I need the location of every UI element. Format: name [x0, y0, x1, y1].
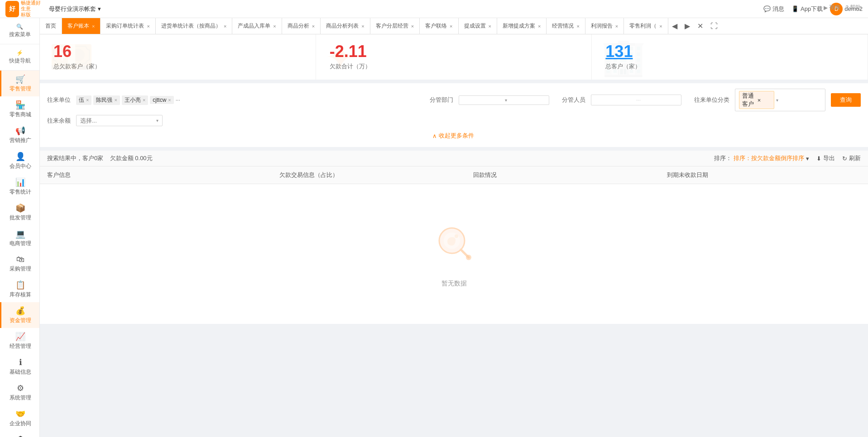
- empty-icon: [432, 220, 477, 274]
- dept-select[interactable]: ▾: [459, 95, 549, 105]
- sort-label: 排序：: [714, 154, 732, 162]
- tab-close-all[interactable]: ✕: [694, 18, 707, 34]
- sidebar-item-member[interactable]: 👤 会员中心: [0, 148, 39, 174]
- dept-select-arrow: ▾: [505, 98, 545, 103]
- close-tab-retail-profit[interactable]: ×: [659, 24, 662, 29]
- close-tab-purchase-order[interactable]: ×: [147, 24, 149, 29]
- close-tab-product-analysis-list[interactable]: ×: [361, 24, 364, 29]
- nav-icon: ⚡: [16, 50, 23, 56]
- guide-icon: 🎓: [15, 435, 25, 437]
- stats-icon: 📊: [15, 177, 25, 187]
- tab-new-promo-plan[interactable]: 新增提成方案 ×: [497, 18, 547, 34]
- tab-customer-tier[interactable]: 客户分层经营 ×: [370, 18, 420, 34]
- remove-tag-3[interactable]: ×: [168, 97, 171, 103]
- sidebar-item-retail-store[interactable]: 🏪 零售商城: [0, 96, 39, 122]
- close-tab-profit-report[interactable]: ×: [615, 24, 618, 29]
- sidebar-item-retail-stats[interactable]: 📊 零售统计: [0, 174, 39, 200]
- quick-nav-button[interactable]: ⚡ 快捷导航: [0, 46, 39, 68]
- tab-fullscreen[interactable]: ⛶: [707, 18, 721, 34]
- purchase-icon: 🛍: [16, 255, 24, 264]
- remove-unit-class-tag[interactable]: ×: [758, 97, 771, 104]
- sidebar-item-marketing[interactable]: 📢 营销推广: [0, 122, 39, 148]
- unit-tag-2[interactable]: 王小亮 ×: [122, 95, 148, 105]
- member-icon: 👤: [15, 152, 25, 162]
- unit-tag-1[interactable]: 陈民强 ×: [93, 95, 120, 105]
- logo-icon: 好: [5, 1, 19, 17]
- close-tab-customer-tier[interactable]: ×: [411, 24, 414, 29]
- tab-nav-left[interactable]: ◀: [668, 18, 681, 34]
- inventory-icon: 📋: [15, 280, 25, 290]
- col-due-date: 到期未收款日期: [667, 171, 861, 179]
- tab-product-analysis[interactable]: 商品分析 ×: [282, 18, 321, 34]
- unit-class-tag: 普通客户 ×: [739, 91, 774, 109]
- unit-label: 往来单位: [47, 96, 71, 104]
- marketing-icon: 📢: [15, 126, 25, 136]
- unit-class-select[interactable]: 普通客户 × ▾: [735, 89, 825, 111]
- tab-customer-balance[interactable]: 客户账本 ×: [62, 18, 101, 34]
- col-repayment: 回款情况: [473, 171, 667, 179]
- tab-product-analysis-list[interactable]: 商品分析列表 ×: [321, 18, 370, 34]
- retail-icon: 🛒: [15, 74, 25, 84]
- workspace-selector[interactable]: 母婴行业演示帐套 ▾: [45, 5, 106, 13]
- tab-operations[interactable]: 经营情况 ×: [547, 18, 585, 34]
- sidebar-item-ecommerce[interactable]: 💻 电商管理: [0, 225, 39, 251]
- close-tab-inbound-stats[interactable]: ×: [224, 24, 226, 29]
- close-tab-new-promo-plan[interactable]: ×: [538, 24, 541, 29]
- table-wrap: 客户信息 欠款交易信息（占比） 回款情况 到期未收款日期: [40, 166, 868, 324]
- export-icon: ⬇: [816, 155, 821, 162]
- remove-tag-0[interactable]: ×: [86, 97, 89, 103]
- remove-tag-1[interactable]: ×: [114, 97, 117, 103]
- stat-card-credit-customers: 💴 16 总欠款客户（家）: [40, 34, 316, 80]
- close-tab-promotion-settings[interactable]: ×: [489, 24, 491, 29]
- sidebar-item-inventory[interactable]: 📋 库存核算: [0, 276, 39, 302]
- close-tab-customer-balance[interactable]: ×: [92, 24, 95, 29]
- tab-promotion-settings[interactable]: 提成设置 ×: [459, 18, 497, 34]
- sidebar-item-operations[interactable]: 📈 经营管理: [0, 328, 39, 354]
- stat-card-total-credit: ✦ -2.11 欠款合计（万）: [316, 34, 592, 80]
- sidebar-item-enterprise-coop[interactable]: 🤝 企业协同: [0, 405, 39, 431]
- close-tab-customer-contact[interactable]: ×: [450, 24, 452, 29]
- sidebar-item-wholesale[interactable]: 📦 批发管理: [0, 200, 39, 225]
- result-bar: 搜索结果中，客户0家 欠款金额 0.00元 排序： 排序：按欠款金额倒序排序 ▾…: [40, 151, 868, 166]
- enterprise-coop-icon: 🤝: [15, 409, 25, 419]
- filter-area: 往来单位 伍 × 陈民强 × 王小亮 ×: [40, 83, 868, 147]
- tab-retail-profit[interactable]: 零售利润（ ×: [624, 18, 668, 34]
- unit-tag-0[interactable]: 伍 ×: [76, 95, 91, 105]
- tab-inbound-stats[interactable]: 进货单统计表（按商品） ×: [156, 18, 232, 34]
- sidebar-item-retail[interactable]: 🛒 零售管理: [0, 71, 39, 96]
- person-select[interactable]: ···: [591, 95, 681, 105]
- app-download-button[interactable]: 📱 App下载: [791, 5, 823, 13]
- balance-input[interactable]: [80, 117, 156, 124]
- sidebar-item-new-guide[interactable]: 🎓 新手引导: [0, 431, 39, 437]
- close-tab-product-inbound[interactable]: ×: [273, 24, 276, 29]
- empty-state: 暂无数据: [40, 184, 868, 324]
- sidebar-item-finance[interactable]: 💰 资金管理: [0, 302, 39, 328]
- unit-tags-more[interactable]: ···: [176, 97, 180, 103]
- unit-class-arrow: ▾: [776, 98, 821, 103]
- tab-product-inbound[interactable]: 产成品入库单 ×: [232, 18, 282, 34]
- remove-tag-2[interactable]: ×: [143, 97, 145, 103]
- sidebar-item-purchase[interactable]: 🛍 采购管理: [0, 251, 39, 276]
- tab-nav-right[interactable]: ▶: [681, 18, 694, 34]
- tab-purchase-order[interactable]: 采购订单统计表 ×: [101, 18, 155, 34]
- sort-select[interactable]: 排序： 排序：按欠款金额倒序排序 ▾: [714, 154, 809, 162]
- close-tab-product-analysis[interactable]: ×: [312, 24, 315, 29]
- logo-area: 好 畅捷通好生意 标版: [5, 0, 45, 18]
- unit-tag-3[interactable]: cjttcw ×: [150, 96, 173, 104]
- sidebar-item-basic-info[interactable]: ℹ 基础信息: [0, 354, 39, 380]
- export-button[interactable]: ⬇ 导出: [816, 154, 835, 162]
- message-button[interactable]: 💬 消息: [763, 5, 784, 13]
- collapse-button[interactable]: ∧ 收起更多条件: [47, 130, 861, 142]
- logo-text: 畅捷通好生意 标版: [21, 0, 45, 18]
- tab-profit-report[interactable]: 利润报告 ×: [585, 18, 624, 34]
- query-button[interactable]: 查询: [831, 93, 861, 107]
- tab-home[interactable]: 首页: [40, 18, 62, 34]
- close-tab-operations[interactable]: ×: [576, 24, 579, 29]
- stat-label-total-credit: 欠款合计（万）: [330, 62, 578, 71]
- refresh-button[interactable]: ↻ 刷新: [842, 154, 861, 162]
- tab-customer-contact[interactable]: 客户联络 ×: [420, 18, 458, 34]
- search-menu-button[interactable]: 🔍 搜索菜单: [3, 22, 37, 40]
- sidebar-item-system[interactable]: ⚙ 系统管理: [0, 380, 39, 405]
- sidebar-search-section: 🔍 搜索菜单: [0, 18, 39, 44]
- col-debt-info: 欠款交易信息（占比）: [279, 171, 473, 179]
